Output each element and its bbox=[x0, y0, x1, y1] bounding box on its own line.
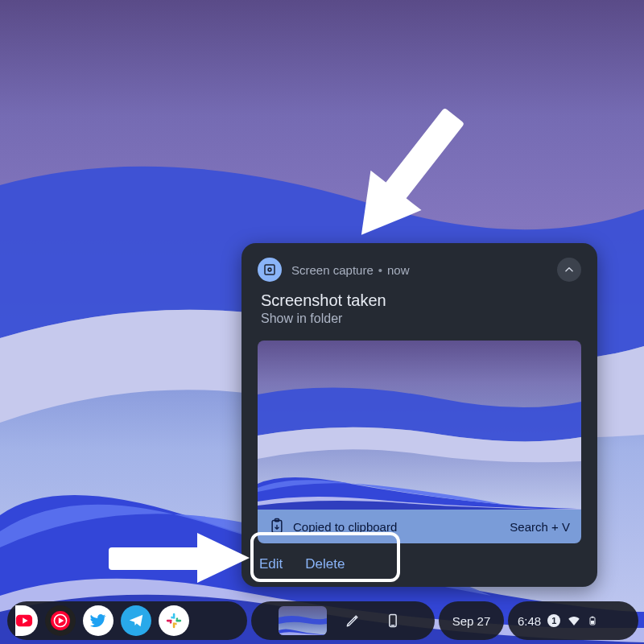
svg-rect-14 bbox=[173, 613, 175, 619]
shelf-app-telegram[interactable] bbox=[121, 605, 151, 636]
twitter-icon bbox=[89, 612, 107, 630]
shelf-tools bbox=[251, 601, 435, 640]
clipboard-shortcut: Search + V bbox=[510, 520, 570, 534]
youtube-music-icon bbox=[50, 610, 71, 631]
svg-rect-17 bbox=[167, 620, 172, 622]
collapse-button[interactable] bbox=[557, 258, 581, 282]
battery-icon bbox=[588, 613, 597, 629]
shelf-time: 6:48 bbox=[518, 614, 541, 628]
slack-icon bbox=[165, 612, 183, 630]
phone-hub-icon bbox=[385, 613, 401, 629]
shelf-app-youtube-music[interactable] bbox=[45, 605, 76, 636]
shelf-date-button[interactable]: Sep 27 bbox=[439, 601, 504, 640]
stylus-tools-button[interactable] bbox=[338, 606, 367, 635]
svg-point-2 bbox=[269, 269, 270, 270]
notification-time: now bbox=[387, 263, 410, 277]
clipboard-text: Copied to clipboard bbox=[293, 520, 397, 534]
notification-header: Screen capture • now bbox=[242, 243, 597, 290]
clipboard-icon bbox=[269, 518, 285, 535]
svg-rect-16 bbox=[173, 622, 175, 628]
shelf-status-tray[interactable]: 6:48 1 bbox=[508, 601, 638, 640]
svg-rect-15 bbox=[175, 620, 181, 622]
wifi-icon bbox=[567, 613, 581, 628]
notification-count-badge: 1 bbox=[547, 614, 560, 627]
tote-screenshot-thumb[interactable] bbox=[279, 606, 327, 635]
screen-capture-icon bbox=[258, 258, 282, 282]
telegram-icon bbox=[127, 612, 145, 630]
desktop: Screen capture • now Screenshot taken Sh… bbox=[0, 0, 644, 644]
edit-button[interactable]: Edit bbox=[259, 556, 283, 572]
shelf-app-slack[interactable] bbox=[159, 605, 189, 636]
screenshot-thumb bbox=[279, 606, 327, 635]
notification-title: Screenshot taken bbox=[242, 290, 597, 310]
svg-rect-21 bbox=[592, 617, 594, 618]
screenshot-notification[interactable]: Screen capture • now Screenshot taken Sh… bbox=[242, 243, 597, 587]
shelf-app-twitter[interactable] bbox=[83, 605, 114, 636]
phone-hub-button[interactable] bbox=[378, 606, 407, 635]
delete-button[interactable]: Delete bbox=[305, 556, 345, 572]
notification-app-name: Screen capture bbox=[291, 263, 374, 277]
shelf-apps bbox=[7, 601, 247, 640]
notification-actions: Edit Delete bbox=[242, 543, 597, 580]
screenshot-preview[interactable] bbox=[258, 341, 581, 510]
separator: • bbox=[378, 263, 382, 277]
svg-rect-22 bbox=[591, 621, 594, 624]
youtube-icon bbox=[15, 612, 33, 630]
preview-image bbox=[258, 341, 581, 510]
clipboard-bar[interactable]: Copied to clipboard Search + V bbox=[258, 510, 581, 543]
shelf-app-youtube[interactable] bbox=[15, 605, 38, 636]
show-in-folder-link[interactable]: Show in folder bbox=[242, 310, 597, 334]
stylus-icon bbox=[345, 613, 361, 629]
shelf-date: Sep 27 bbox=[452, 614, 491, 628]
shelf: Sep 27 6:48 1 bbox=[0, 597, 644, 644]
chevron-up-icon bbox=[564, 264, 575, 275]
